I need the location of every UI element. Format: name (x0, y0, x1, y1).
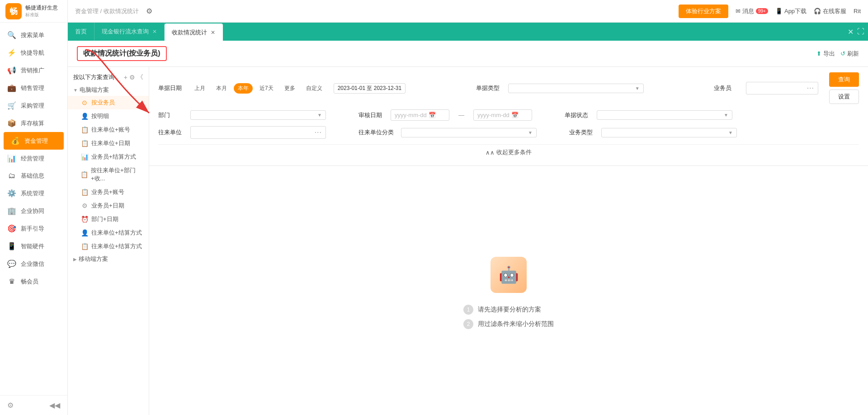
sidebar-item-inventory[interactable]: 📦库存核算 (0, 114, 67, 132)
tab-close-all-icon[interactable]: ✕ (848, 28, 854, 36)
doc-status-select[interactable]: ▼ (597, 110, 732, 120)
page-area: 收款情况统计(按业务员) ⬆ 导出 ↺ 刷新 按以下方案查询 + ⚙ (68, 41, 868, 415)
sidebar-settings-icon[interactable]: ⚙ (7, 401, 14, 410)
nav-icon-wechat: 💬 (7, 259, 16, 268)
sidebar-item-member[interactable]: ♛畅会员 (0, 273, 67, 290)
scheme-settings-icon[interactable]: ⚙ (129, 74, 135, 81)
date-option-1[interactable]: 本月 (212, 83, 231, 94)
query-actions: 查询 设置 (829, 72, 859, 104)
sidebar-item-operation[interactable]: 📊经营管理 (0, 150, 67, 167)
sidebar-collapse-icon[interactable]: ◀◀ (49, 401, 60, 410)
sidebar-item-corp[interactable]: 🏢企业协同 (0, 202, 67, 220)
scheme-item-by_salesman[interactable]: ⊙按业务员 (68, 96, 149, 109)
scheme-item-by_salesman_date[interactable]: ⚙业务员+日期 (68, 199, 149, 212)
refresh-icon: ↺ (840, 50, 845, 57)
user-name: Rit (854, 8, 861, 14)
nav-icon-inventory: 📦 (7, 119, 16, 127)
online-service-button[interactable]: 🎧 在线客服 (814, 7, 846, 15)
biz-type-label: 业务类型 (569, 128, 594, 137)
settings-gear-icon[interactable]: ⚙ (146, 7, 152, 15)
sidebar-item-hardware[interactable]: 📱智能硬件 (0, 237, 67, 255)
scheme-section-title-mobile[interactable]: ▶移动端方案 (68, 253, 149, 265)
tab-bank-close[interactable]: ✕ (152, 28, 157, 35)
sidebar-item-quick[interactable]: ⚡快捷导航 (0, 44, 67, 61)
refresh-button[interactable]: ↺ 刷新 (840, 50, 859, 58)
sidebar-item-sales[interactable]: 💼销售管理 (0, 79, 67, 97)
tab-bank[interactable]: 现金银行流水查询 ✕ (94, 23, 165, 41)
scheme-item-icon-by_unit_account: 📋 (80, 126, 89, 133)
scheme-item-by_salesman_settle[interactable]: 📊业务员+结算方式 (68, 150, 149, 164)
sidebar-item-capital[interactable]: 💰资金管理 (4, 132, 64, 150)
salesman-label: 业务员 (714, 84, 739, 92)
audit-date-start[interactable]: yyyy-mm-dd 📅 (391, 109, 449, 121)
empty-step-1: 1 请先选择要分析的方案 (463, 305, 554, 315)
date-option-5[interactable]: 自定义 (302, 83, 326, 94)
sidebar-item-wechat[interactable]: 💬企业微信 (0, 255, 67, 273)
date-option-2[interactable]: 本年 (234, 83, 253, 94)
scheme-item-by_unit_date[interactable]: 📋往来单位+日期 (68, 137, 149, 150)
sidebar-item-search[interactable]: 🔍搜索菜单 (0, 26, 67, 44)
calendar-icon: 📅 (429, 112, 436, 118)
salesman-select[interactable]: ··· (746, 82, 818, 94)
export-icon: ⬆ (816, 50, 821, 57)
trial-button[interactable]: 体验行业方案 (679, 5, 728, 18)
scheme-section-title-pc[interactable]: ▼电脑端方案 (68, 84, 149, 96)
scheme-item-by_unit_dept[interactable]: 📋按往来单位+部门+收... (68, 164, 149, 185)
scheme-item-by_salesman_account[interactable]: 📋业务员+账号 (68, 185, 149, 199)
scheme-item-icon-by_salesman_date: ⚙ (80, 202, 89, 209)
sidebar-logo: 畅 畅捷通好生意 标准版 (0, 0, 67, 23)
logo-text: 畅捷通好生意 标准版 (25, 5, 58, 18)
scheme-item-by_unit_settle2[interactable]: 📋往来单位+结算方式 (68, 240, 149, 253)
date-range-display: 2023-01-01 至 2023-12-31 (334, 83, 406, 94)
scheme-item-by_dept_date[interactable]: ⏰部门+日期 (68, 212, 149, 226)
tab-receipt-close[interactable]: ✕ (211, 29, 215, 36)
counterpart-dots-icon[interactable]: ··· (315, 128, 322, 137)
scheme-item-by_unit_settle1[interactable]: 👤往来单位+结算方式 (68, 226, 149, 240)
filter-row-3: 往来单位 ··· 往来单位分类 ▼ 业务类型 (158, 126, 859, 139)
scheme-add-icon[interactable]: + (124, 74, 127, 81)
message-badge: 99+ (756, 8, 768, 14)
salesman-dots-icon[interactable]: ··· (807, 84, 814, 92)
app-icon: 📱 (775, 8, 783, 14)
left-panel: 按以下方案查询 + ⚙ 《 ▼电脑端方案⊙按业务员👤按明细📋往来单位+账号📋往来… (68, 67, 149, 415)
query-button[interactable]: 查询 (829, 72, 859, 87)
header-left: 资金管理 / 收款情况统计 ⚙ (75, 7, 152, 15)
scheme-section-pc: ▼电脑端方案⊙按业务员👤按明细📋往来单位+账号📋往来单位+日期📊业务员+结算方式… (68, 84, 149, 253)
biz-type-select[interactable]: ▼ (601, 128, 737, 137)
sidebar-item-guide[interactable]: 🎯新手引导 (0, 220, 67, 237)
scheme-item-by_unit_account[interactable]: 📋往来单位+账号 (68, 123, 149, 137)
date-option-0[interactable]: 上月 (190, 83, 209, 94)
date-option-4[interactable]: 更多 (280, 83, 299, 94)
date-option-3[interactable]: 近7天 (255, 83, 278, 94)
doc-type-select[interactable]: ▼ (508, 84, 644, 93)
nav-icon-basic: 🗂 (7, 172, 16, 180)
right-content: 单据日期 上月本月本年近7天更多自定义 2023-01-01 至 2023-12… (149, 67, 868, 415)
header-actions: 体验行业方案 ✉ 消息 99+ 📱 App下载 🎧 在线客服 Rit (679, 5, 861, 18)
collapse-button[interactable]: ∧∧ 收起更多条件 (158, 144, 859, 160)
content-area: 按以下方案查询 + ⚙ 《 ▼电脑端方案⊙按业务员👤按明细📋往来单位+账号📋往来… (68, 67, 868, 415)
scheme-item-icon-by_salesman: ⊙ (80, 99, 89, 106)
sidebar-item-purchase[interactable]: 🛒采购管理 (0, 97, 67, 114)
message-button[interactable]: ✉ 消息 99+ (736, 7, 768, 15)
dept-select[interactable]: ▼ (190, 110, 326, 120)
sidebar-item-marketing[interactable]: 📢营销推广 (0, 61, 67, 79)
nav-icon-marketing: 📢 (7, 66, 16, 75)
sidebar-footer: ⚙ ◀◀ (0, 395, 67, 415)
top-header: 资金管理 / 收款情况统计 ⚙ 体验行业方案 ✉ 消息 99+ 📱 App下载 … (68, 0, 868, 23)
counterpart-type-select[interactable]: ▼ (401, 128, 537, 137)
scheme-item-by_detail[interactable]: 👤按明细 (68, 109, 149, 123)
counterpart-select[interactable]: ··· (190, 126, 326, 139)
app-download-button[interactable]: 📱 App下载 (775, 7, 807, 15)
export-button[interactable]: ⬆ 导出 (816, 50, 835, 58)
sidebar-item-system[interactable]: ⚙️系统管理 (0, 184, 67, 202)
tab-expand-icon[interactable]: ⛶ (857, 28, 864, 36)
tab-home[interactable]: 首页 (68, 23, 94, 41)
audit-date-end[interactable]: yyyy-mm-dd 📅 (473, 109, 532, 121)
scheme-collapse-icon[interactable]: 《 (137, 73, 143, 81)
doc-status-arrow: ▼ (724, 113, 728, 118)
doc-status-label: 单据状态 (565, 111, 590, 119)
sidebar-item-basic[interactable]: 🗂基础信息 (0, 167, 67, 184)
tab-receipt[interactable]: 收款情况统计 ✕ (165, 24, 223, 42)
filter-settings-button[interactable]: 设置 (829, 90, 859, 104)
user-avatar[interactable]: Rit (854, 8, 861, 14)
